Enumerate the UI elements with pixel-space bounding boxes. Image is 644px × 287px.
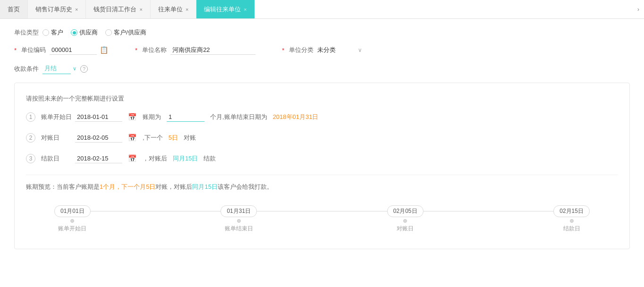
setting-label-1: 账单开始日 [41, 113, 69, 121]
unit-category-select[interactable]: 未分类 ∨ [317, 46, 362, 54]
tab-more-button[interactable]: › [633, 0, 644, 18]
unit-code-input[interactable] [50, 45, 97, 55]
setting-row2-suffix: 对账 [184, 134, 196, 142]
preview-prefix: 账期预览：当前客户账期是 [26, 183, 100, 190]
tab-sales-history-close[interactable]: × [75, 7, 78, 12]
tab-cash-workbench-close[interactable]: × [139, 7, 142, 12]
timeline-point-3: 02月05日 对账日 [387, 205, 424, 233]
timeline-dot-1 [70, 219, 74, 223]
settings-box: 请按照未来的一个完整帐期进行设置 1 账单开始日 📅 账期为 个月,账单结束日期… [14, 83, 630, 249]
setting-date-input-1[interactable] [75, 112, 122, 122]
setting-label-3: 结款日 [41, 154, 69, 163]
tab-counterpart-label: 往来单位 [158, 5, 183, 14]
unit-code-label: 单位编码 [21, 46, 46, 54]
tab-bar: 首页 销售订单历史 × 钱货日清工作台 × 往来单位 × 编辑往来单位 × › [0, 0, 644, 19]
radio-supplier-circle [71, 29, 77, 36]
radio-both-label: 客户/供应商 [114, 28, 146, 37]
tab-home-label: 首页 [8, 5, 20, 14]
unit-name-label: 单位名称 [142, 46, 167, 54]
timeline-dot-2 [237, 219, 241, 223]
unit-name-required-star: * [135, 47, 137, 54]
radio-customer-label: 客户 [51, 28, 63, 37]
tab-cash-workbench-label: 钱货日清工作台 [93, 5, 136, 14]
unit-type-row: 单位类型 客户 供应商 客户/供应商 [14, 28, 630, 37]
timeline-sublabel-3: 对账日 [397, 225, 414, 233]
setting-date-input-3[interactable] [75, 154, 122, 163]
unit-code-calendar-icon[interactable]: 📋 [100, 46, 109, 54]
timeline-label-2: 01月31日 [220, 205, 257, 217]
unit-fields-row: * 单位编码 📋 * 单位名称 * 单位分类 未分类 ∨ [14, 45, 630, 55]
timeline-dot-3 [403, 219, 407, 223]
timeline-label-1: 01月01日 [54, 205, 91, 217]
timeline-wrapper: 01月01日 账单开始日 01月31日 账单结束日 02月05日 [26, 201, 618, 237]
setting-num-3: 3 [26, 154, 35, 163]
setting-row3-day-highlight: 同月15日 [173, 154, 198, 163]
tab-sales-history[interactable]: 销售订单历史 × [28, 0, 86, 18]
unit-category-label: 单位分类 [289, 46, 314, 54]
unit-name-input[interactable] [170, 45, 255, 55]
timeline-point-1: 01月01日 账单开始日 [54, 205, 91, 233]
payment-terms-row: 收款条件 月结 ∨ ? [14, 63, 630, 74]
timeline-line [54, 211, 590, 211]
setting-calendar-icon-1[interactable]: 📅 [128, 113, 137, 121]
tab-home[interactable]: 首页 [0, 0, 28, 18]
setting-num-2: 2 [26, 133, 35, 143]
tab-edit-counterpart[interactable]: 编辑往来单位 × [196, 0, 254, 18]
timeline-sublabel-2: 账单结束日 [225, 225, 253, 233]
payment-terms-select[interactable]: 月结 ∨ [42, 63, 76, 74]
setting-row-3: 3 结款日 📅 ，对账后 同月15日 结款 [26, 154, 618, 163]
unit-category-required-star: * [282, 47, 284, 54]
radio-supplier-label: 供应商 [79, 28, 98, 37]
timeline-points: 01月01日 账单开始日 01月31日 账单结束日 02月05日 [54, 205, 590, 233]
tab-edit-counterpart-label: 编辑往来单位 [204, 5, 241, 14]
setting-desc-prefix-1: 账期为 [143, 113, 161, 121]
preview-text: 账期预览：当前客户账期是1个月，下一个月5日对账，对账后同月15日该客户会给我打… [26, 183, 618, 191]
radio-both-circle [105, 29, 112, 36]
radio-customer[interactable]: 客户 [42, 28, 63, 37]
tab-counterpart[interactable]: 往来单位 × [151, 0, 196, 18]
payment-terms-arrow: ∨ [73, 66, 76, 72]
unit-code-field-group: 📋 [50, 45, 109, 55]
setting-calendar-icon-2[interactable]: 📅 [128, 134, 137, 142]
unit-code-required-star: * [14, 47, 17, 54]
setting-row2-prefix: ,下一个 [143, 134, 163, 142]
radio-supplier[interactable]: 供应商 [71, 28, 98, 37]
setting-row3-prefix: ，对账后 [143, 154, 167, 163]
setting-row-1: 1 账单开始日 📅 账期为 个月,账单结束日期为 2018年01月31日 [26, 112, 618, 122]
timeline-label-4: 02月15日 [553, 205, 590, 217]
setting-end-date-highlight: 2018年01月31日 [273, 113, 319, 121]
payment-terms-help-icon[interactable]: ? [80, 65, 88, 73]
timeline-dot-4 [570, 219, 574, 223]
main-content: 单位类型 客户 供应商 客户/供应商 * 单位编码 📋 * 单位名称 [0, 19, 644, 287]
radio-both[interactable]: 客户/供应商 [105, 28, 146, 37]
radio-group-unit-type: 客户 供应商 客户/供应商 [42, 28, 146, 37]
radio-customer-circle [42, 29, 49, 36]
settings-title: 请按照未来的一个完整帐期进行设置 [26, 94, 618, 103]
setting-date-input-2[interactable] [75, 133, 122, 143]
timeline-label-3: 02月05日 [387, 205, 424, 217]
setting-row2-day-highlight: 5日 [169, 134, 178, 142]
tab-sales-history-label: 销售订单历史 [35, 5, 72, 14]
preview-part2: 下一个月5日 [121, 183, 155, 190]
setting-row-2: 2 对账日 📅 ,下一个 5日 对账 [26, 133, 618, 143]
setting-label-2: 对账日 [41, 134, 69, 142]
timeline-point-4: 02月15日 结款日 [553, 205, 590, 233]
tab-cash-workbench[interactable]: 钱货日清工作台 × [86, 0, 150, 18]
timeline-point-2: 01月31日 账单结束日 [220, 205, 257, 233]
setting-num-1: 1 [26, 112, 35, 122]
unit-category-value: 未分类 [317, 46, 355, 54]
unit-type-label: 单位类型 [14, 28, 39, 37]
timeline-sublabel-1: 账单开始日 [58, 225, 86, 233]
payment-terms-label: 收款条件 [14, 65, 39, 73]
setting-row3-suffix: 结款 [203, 154, 216, 163]
preview-part5: 该客户会给我打款。 [218, 183, 273, 190]
tab-counterpart-close[interactable]: × [186, 7, 188, 12]
tab-edit-counterpart-close[interactable]: × [244, 7, 246, 12]
preview-part3: 对账，对账后 [155, 183, 192, 190]
preview-part1: 1个月， [100, 183, 121, 190]
setting-calendar-icon-3[interactable]: 📅 [128, 154, 137, 163]
setting-period-input[interactable] [167, 112, 204, 122]
preview-section: 账期预览：当前客户账期是1个月，下一个月5日对账，对账后同月15日该客户会给我打… [26, 175, 618, 237]
preview-part4: 同月15日 [192, 183, 217, 190]
setting-desc-suffix-1: 个月,账单结束日期为 [210, 113, 267, 121]
